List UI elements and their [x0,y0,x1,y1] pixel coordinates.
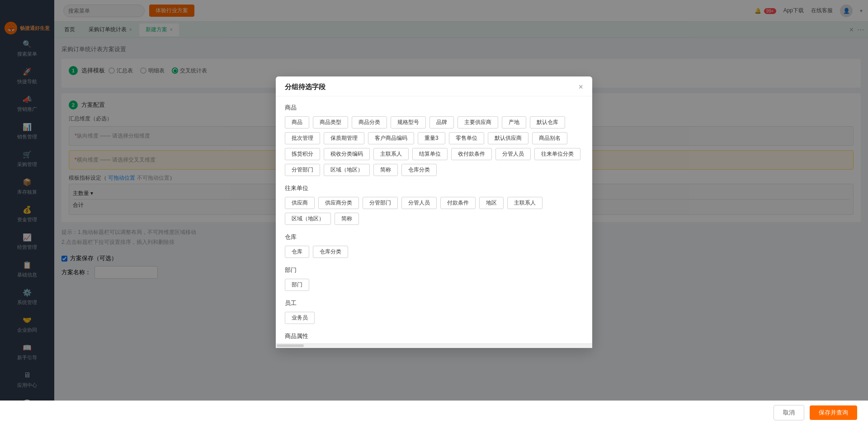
field-group-1: 往来单位供应商供应商分类分管部门分管人员付款条件地区主联系人区域（地区）简称 [285,184,583,225]
field-group-title-0: 商品 [285,104,583,112]
field-tag-0-25[interactable]: 仓库分类 [401,164,437,176]
field-tag-0-15[interactable]: 拣货积分 [285,148,320,160]
modal-header: 分组待选字段 × [276,76,592,96]
field-tag-0-23[interactable]: 区域（地区） [324,164,370,176]
field-group-title-2: 仓库 [285,233,583,241]
modal-close-btn[interactable]: × [578,83,583,91]
field-tag-1-6[interactable]: 主联系人 [507,197,542,209]
field-group-0: 商品商品商品类型商品分类规格型号品牌主要供应商产地默认仓库批次管理保质期管理客户… [285,104,583,176]
field-tag-0-4[interactable]: 品牌 [429,116,454,129]
field-tag-0-14[interactable]: 商品别名 [532,132,567,144]
field-tags-1: 供应商供应商分类分管部门分管人员付款条件地区主联系人区域（地区）简称 [285,197,583,225]
field-tag-1-5[interactable]: 地区 [479,197,504,209]
field-group-title-1: 往来单位 [285,184,583,192]
field-tag-0-10[interactable]: 客户商品编码 [368,132,414,144]
field-tag-0-6[interactable]: 产地 [502,116,526,129]
field-group-title-5: 商品属性 [285,332,583,340]
field-tags-4: 业务员 [285,312,583,324]
field-tag-1-3[interactable]: 分管人员 [401,197,437,209]
field-tag-2-0[interactable]: 仓库 [285,246,309,258]
field-tag-0-0[interactable]: 商品 [285,116,309,129]
field-tag-3-0[interactable]: 部门 [285,279,309,291]
modal-overlay: 分组待选字段 × 商品商品商品类型商品分类规格型号品牌主要供应商产地默认仓库批次… [0,0,868,424]
field-tag-0-3[interactable]: 规格型号 [391,116,426,129]
field-tag-0-2[interactable]: 商品分类 [352,116,387,129]
field-tag-0-7[interactable]: 默认仓库 [530,116,565,129]
field-group-4: 员工业务员 [285,299,583,324]
field-tags-0: 商品商品类型商品分类规格型号品牌主要供应商产地默认仓库批次管理保质期管理客户商品… [285,116,583,176]
field-tag-0-22[interactable]: 分管部门 [285,164,320,176]
modal-title: 分组待选字段 [285,83,326,91]
field-tag-0-12[interactable]: 零售单位 [449,132,484,144]
field-tags-3: 部门 [285,279,583,291]
field-group-title-4: 员工 [285,299,583,307]
field-tag-0-20[interactable]: 分管人员 [495,148,531,160]
field-tag-0-21[interactable]: 往来单位分类 [534,148,580,160]
modal-hscroll[interactable] [276,343,592,348]
field-group-title-3: 部门 [285,266,583,274]
cancel-button[interactable]: 取消 [774,405,804,420]
field-tag-0-17[interactable]: 主联系人 [373,148,409,160]
field-tag-1-7[interactable]: 区域（地区） [285,213,331,225]
field-tag-0-1[interactable]: 商品类型 [313,116,348,129]
field-tag-0-24[interactable]: 简称 [373,164,398,176]
field-tag-1-8[interactable]: 简称 [335,213,359,225]
field-tag-0-16[interactable]: 税收分类编码 [324,148,370,160]
hscroll-thumb [277,344,304,347]
field-tag-2-1[interactable]: 仓库分类 [313,246,348,258]
field-tag-0-9[interactable]: 保质期管理 [324,132,364,144]
field-tag-1-2[interactable]: 分管部门 [363,197,398,209]
modal-body: 商品商品商品类型商品分类规格型号品牌主要供应商产地默认仓库批次管理保质期管理客户… [276,96,592,344]
modal: 分组待选字段 × 商品商品商品类型商品分类规格型号品牌主要供应商产地默认仓库批次… [276,76,592,348]
field-tag-4-0[interactable]: 业务员 [285,312,315,324]
field-tag-0-18[interactable]: 结算单位 [412,148,448,160]
field-group-2: 仓库仓库仓库分类 [285,233,583,258]
field-tag-1-4[interactable]: 付款条件 [440,197,476,209]
field-tag-1-0[interactable]: 供应商 [285,197,315,209]
field-group-5: 商品属性属性颜色多规格尺码鞋码1 [285,332,583,344]
field-tag-0-19[interactable]: 收付款条件 [451,148,492,160]
field-group-3: 部门部门 [285,266,583,291]
field-tag-1-1[interactable]: 供应商分类 [318,197,359,209]
save-button[interactable]: 保存并查询 [810,405,857,420]
field-tags-2: 仓库仓库分类 [285,246,583,258]
field-tag-0-8[interactable]: 批次管理 [285,132,320,144]
field-tag-0-11[interactable]: 重量3 [418,132,445,144]
field-tag-0-13[interactable]: 默认供应商 [488,132,528,144]
bottom-bar: 取消 保存并查询 [0,400,868,424]
field-tag-0-5[interactable]: 主要供应商 [458,116,498,129]
